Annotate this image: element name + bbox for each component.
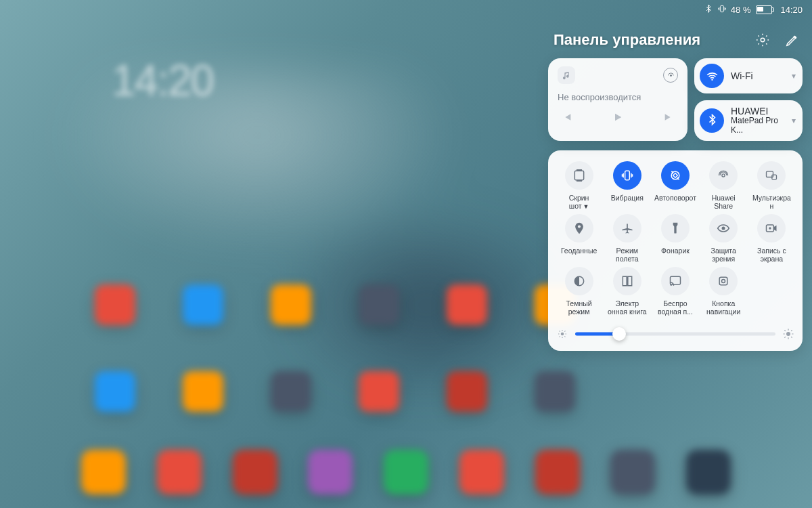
tile-label: Защитазрения [711, 247, 736, 263]
status-time: 14:20 [780, 5, 803, 15]
vibrate-status-icon [717, 4, 727, 16]
bluetooth-toggle[interactable]: HUAWEI MatePad Pro K... ▾ [694, 100, 803, 141]
battery-icon [756, 5, 772, 14]
svg-rect-0 [720, 5, 723, 12]
app-icon[interactable] [610, 450, 655, 494]
tile-darkmode[interactable]: Темныйрежим [556, 267, 602, 316]
tile-label: Скриншот▼ [569, 194, 589, 210]
app-icon[interactable] [535, 371, 575, 412]
svg-point-3 [561, 333, 564, 336]
tile-screenrec[interactable]: Запись сэкрана [749, 214, 794, 263]
dock [81, 450, 731, 494]
navkey-icon [709, 267, 738, 295]
settings-icon[interactable] [755, 33, 770, 47]
tile-airplane[interactable]: Режимполета [604, 214, 650, 263]
app-icon[interactable] [157, 450, 202, 494]
bluetooth-icon [700, 108, 724, 133]
app-icon[interactable] [359, 284, 399, 325]
app-icon[interactable] [95, 284, 135, 325]
tile-label: Геоданные [561, 247, 597, 263]
tile-navkey[interactable]: Кнопканавигации [701, 267, 746, 316]
battery-percent-text: 48 % [731, 5, 751, 15]
location-icon [565, 214, 593, 242]
panel-title: Панель управления [554, 31, 700, 49]
vibration-icon [613, 161, 641, 190]
app-icon[interactable] [95, 371, 135, 412]
tile-location[interactable]: Геоданные [556, 214, 602, 263]
tile-label: Режимполета [616, 247, 638, 263]
tile-label: Электронная книга [608, 299, 647, 316]
bluetooth-status-icon [704, 4, 713, 16]
tile-huawei-share[interactable]: HuaweiShare [701, 161, 746, 210]
tile-multiscreen[interactable]: Мультиэкран [749, 161, 794, 210]
wifi-icon [700, 64, 724, 88]
app-icon[interactable] [359, 371, 399, 412]
airplane-icon [613, 214, 641, 242]
flashlight-icon [661, 214, 690, 242]
quick-settings-card: Скриншот▼ВибрацияАвтоповоротHuaweiShareМ… [548, 150, 803, 352]
tile-wireless-proj[interactable]: Беспроводная п... [652, 267, 698, 316]
tile-label: Запись сэкрана [757, 247, 786, 263]
record-icon [757, 214, 786, 242]
tile-screenshot[interactable]: Скриншот▼ [556, 161, 602, 210]
multiscreen-icon [757, 161, 786, 190]
app-icon[interactable] [183, 284, 223, 325]
tile-label: Темныйрежим [566, 299, 592, 316]
music-icon [558, 66, 575, 84]
app-icon[interactable] [271, 284, 311, 325]
media-output-icon[interactable] [663, 68, 678, 83]
wifi-toggle[interactable]: Wi-Fi ▾ [694, 58, 803, 93]
tile-label: HuaweiShare [712, 194, 736, 210]
svg-point-4 [786, 332, 790, 336]
media-card: Не воспроизводится [548, 58, 687, 141]
tile-label: Фонарик [661, 247, 690, 263]
dark-icon [565, 267, 593, 295]
chevron-down-icon[interactable]: ▾ [789, 116, 796, 125]
tile-vibration[interactable]: Вибрация [604, 161, 650, 210]
bluetooth-label: HUAWEI MatePad Pro K... [731, 106, 782, 135]
app-icon[interactable] [447, 284, 487, 325]
home-icons-row-2 [95, 371, 575, 412]
media-status-text: Не воспроизводится [558, 92, 678, 102]
app-icon[interactable] [183, 371, 223, 412]
app-icon[interactable] [686, 450, 731, 494]
media-prev-button[interactable] [562, 112, 572, 126]
app-icon[interactable] [233, 450, 277, 494]
book-icon [613, 267, 641, 295]
media-play-button[interactable] [612, 112, 623, 126]
media-next-button[interactable] [663, 112, 674, 126]
app-icon[interactable] [535, 450, 580, 494]
tile-label: Кнопканавигации [706, 299, 740, 316]
tile-eyecare[interactable]: Защитазрения [701, 214, 746, 263]
home-icons-row-1 [95, 284, 575, 325]
wifi-label: Wi-Fi [731, 70, 782, 81]
status-bar: 48 % 14:20 [704, 4, 803, 16]
tile-ebook[interactable]: Электронная книга [604, 267, 650, 316]
cast-icon [661, 267, 690, 295]
brightness-slider[interactable] [575, 326, 775, 341]
app-icon[interactable] [384, 450, 428, 494]
tile-label: Автоповорот [654, 194, 696, 210]
eye-icon [709, 214, 738, 242]
app-icon[interactable] [308, 450, 353, 494]
chevron-down-icon[interactable]: ▾ [789, 71, 796, 81]
screenshot-icon [565, 161, 593, 190]
share-icon [709, 161, 738, 190]
edit-icon[interactable] [785, 33, 800, 47]
tile-label: Вибрация [611, 194, 644, 210]
home-clock: 14:20 [112, 56, 213, 106]
tile-label: Мультиэкран [752, 194, 791, 210]
brightness-high-icon [782, 328, 794, 340]
tile-autorotate[interactable]: Автоповорот [652, 161, 698, 210]
brightness-slider-row [556, 326, 794, 341]
control-panel: Панель управления Не воспроизводится [548, 27, 803, 351]
tile-label: Беспроводная п... [658, 299, 693, 316]
app-icon[interactable] [459, 450, 504, 494]
autorotate-icon [661, 161, 690, 190]
app-icon[interactable] [81, 450, 126, 494]
app-icon[interactable] [447, 371, 487, 412]
tile-flashlight[interactable]: Фонарик [652, 214, 698, 263]
brightness-low-icon [556, 328, 568, 340]
app-icon[interactable] [271, 371, 311, 412]
svg-point-2 [670, 75, 672, 77]
